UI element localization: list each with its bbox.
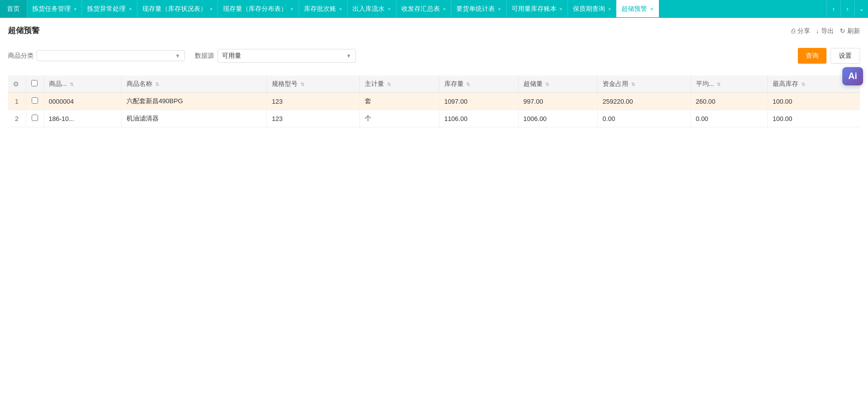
nav-next-arrow[interactable]: › [840, 0, 854, 17]
close-icon[interactable]: × [388, 6, 391, 12]
col-capital-header[interactable]: 资金占用 ⇅ [598, 76, 691, 93]
sort-icon[interactable]: ⇅ [301, 81, 304, 87]
row-checkbox[interactable] [32, 97, 38, 104]
close-icon[interactable]: × [290, 6, 293, 12]
gear-icon[interactable]: ⚙ [13, 80, 19, 88]
row-checkbox-cell [26, 93, 43, 110]
overstock-cell: 1006.00 [518, 110, 597, 127]
ai-badge[interactable]: Ai [842, 67, 863, 85]
header-actions: ⎙ 分享 ↓ 导出 ↻ 刷新 [791, 27, 861, 36]
close-icon[interactable]: × [608, 6, 611, 12]
col-product-code-header[interactable]: 商品... ⇅ [43, 76, 121, 93]
tab-label: 拣货异常处理 [87, 4, 126, 13]
query-button[interactable]: 查询 [798, 48, 826, 64]
unit-cell: 套 [360, 93, 439, 110]
nav-tab-8[interactable]: 要货单统计表 × [451, 0, 506, 17]
share-button[interactable]: ⎙ 分享 [791, 27, 810, 36]
col-product-name-header[interactable]: 商品名称 ⇅ [121, 76, 266, 93]
col-stock-header[interactable]: 库存量 ⇅ [439, 76, 518, 93]
top-navigation: 首页 拣货任务管理 × 拣货异常处理 × 现存量（库存状况表） × 现存量（库存… [0, 0, 868, 18]
nav-arrows: ‹ › ⌄ [826, 0, 868, 17]
stock-cell: 1097.00 [439, 93, 518, 110]
product-name-cell: 六配套新昌490BPG [121, 93, 266, 110]
avg-cell: 0.00 [691, 110, 768, 127]
table-row: 1 0000004 六配套新昌490BPG 123 套 1097.00 997.… [8, 93, 860, 110]
col-spec-header[interactable]: 规格型号 ⇅ [266, 76, 359, 93]
refresh-button[interactable]: ↻ 刷新 [840, 27, 860, 36]
sort-icon[interactable]: ⇅ [70, 81, 74, 87]
close-icon[interactable]: × [443, 6, 446, 12]
close-icon[interactable]: × [498, 6, 501, 12]
nav-tab-home[interactable]: 首页 [0, 0, 27, 17]
nav-tab-6[interactable]: 出入库流水 × [347, 0, 396, 17]
category-select[interactable]: ▼ [37, 50, 185, 61]
sort-icon[interactable]: ⇅ [801, 81, 805, 87]
col-unit-header[interactable]: 主计量 ⇅ [360, 76, 439, 93]
col-label: 商品... [49, 80, 67, 87]
filter-row: 商品分类 ▼ 数据源 可用量 ▼ 查询 设置 [8, 43, 860, 69]
datasource-select[interactable]: 可用量 ▼ [217, 49, 356, 63]
capital-cell: 259220.00 [598, 93, 691, 110]
close-icon[interactable]: × [74, 6, 77, 12]
close-icon[interactable]: × [210, 6, 213, 12]
col-avg-header[interactable]: 平均... ⇅ [691, 76, 768, 93]
tab-label: 现存量（库存分布表） [223, 4, 287, 13]
datasource-value: 可用量 [222, 51, 241, 60]
tab-label: 可用量库存账本 [512, 4, 557, 13]
nav-tab-10[interactable]: 保质期查询 × [568, 0, 616, 17]
category-filter: 商品分类 ▼ [8, 50, 185, 61]
home-label: 首页 [7, 4, 20, 13]
close-icon[interactable]: × [129, 6, 131, 12]
tab-label: 保质期查询 [573, 4, 605, 13]
nav-tab-9[interactable]: 可用量库存账本 × [507, 0, 568, 17]
row-checkbox[interactable] [32, 115, 38, 121]
max-stock-cell: 100.00 [768, 110, 860, 127]
nav-tab-11[interactable]: 超储预警 × [616, 0, 658, 17]
page-title: 超储预警 [8, 26, 40, 36]
sort-icon[interactable]: ⇅ [545, 81, 549, 87]
tab-label: 现存量（库存状况表） [142, 4, 207, 13]
export-icon: ↓ [816, 27, 820, 35]
nav-tab-3[interactable]: 现存量（库存状况表） × [137, 0, 218, 17]
row-num: 1 [8, 93, 26, 110]
tab-label: 超储预警 [621, 4, 647, 13]
close-icon[interactable]: × [650, 6, 653, 12]
row-num: 2 [8, 110, 26, 127]
table-row: 2 186-10... 机油滤清器 123 个 1106.00 1006.00 … [8, 110, 860, 127]
select-all-checkbox[interactable] [31, 80, 38, 86]
product-code-cell: 186-10... [43, 110, 121, 127]
main-content: 超储预警 ⎙ 分享 ↓ 导出 ↻ 刷新 商品分类 ▼ 数据源 [0, 18, 868, 395]
product-name-cell: 机油滤清器 [121, 110, 266, 127]
col-label: 库存量 [444, 80, 464, 87]
settings-button[interactable]: 设置 [830, 48, 860, 64]
filter-actions: 查询 设置 [798, 48, 860, 64]
nav-tab-2[interactable]: 拣货异常处理 × [82, 0, 137, 17]
data-table: ⚙ 商品... ⇅ 商品名称 ⇅ 规格型号 ⇅ 主计量 [8, 76, 860, 127]
nav-tab-7[interactable]: 收发存汇总表 × [396, 0, 451, 17]
sort-icon[interactable]: ⇅ [631, 81, 635, 87]
nav-tab-1[interactable]: 拣货任务管理 × [27, 0, 82, 17]
sort-icon[interactable]: ⇅ [387, 81, 391, 87]
sort-icon[interactable]: ⇅ [466, 81, 470, 87]
col-label: 规格型号 [272, 80, 298, 87]
datasource-filter: 数据源 可用量 ▼ [195, 49, 356, 63]
col-label: 超储量 [523, 80, 543, 87]
col-label: 平均... [696, 80, 714, 87]
nav-menu-arrow[interactable]: ⌄ [854, 0, 868, 17]
refresh-label: 刷新 [847, 27, 860, 36]
close-icon[interactable]: × [339, 6, 342, 12]
export-button[interactable]: ↓ 导出 [816, 27, 834, 36]
nav-tab-4[interactable]: 现存量（库存分布表） × [218, 0, 299, 17]
close-icon[interactable]: × [560, 6, 563, 12]
col-label: 商品名称 [127, 80, 152, 87]
nav-prev-arrow[interactable]: ‹ [826, 0, 840, 17]
col-overstock-header[interactable]: 超储量 ⇅ [518, 76, 597, 93]
sort-icon[interactable]: ⇅ [717, 81, 721, 87]
category-label: 商品分类 [8, 51, 34, 60]
col-checkbox-header [26, 76, 43, 93]
sort-icon[interactable]: ⇅ [155, 81, 159, 87]
datasource-label: 数据源 [195, 51, 215, 60]
chevron-down-icon: ▼ [346, 53, 351, 59]
nav-tab-5[interactable]: 库存批次账 × [299, 0, 347, 17]
refresh-icon: ↻ [840, 27, 845, 35]
